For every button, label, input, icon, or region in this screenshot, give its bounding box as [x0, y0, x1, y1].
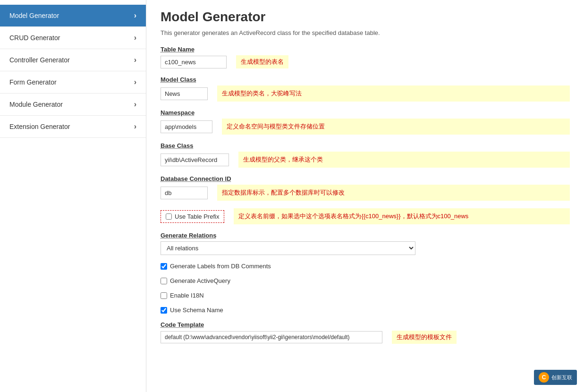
use-table-prefix-container[interactable]: Use Table Prefix	[161, 210, 224, 223]
watermark-icon: C	[539, 372, 549, 383]
chevron-right-icon: ›	[134, 56, 136, 64]
code-template-label: Code Template	[161, 321, 570, 328]
generate-relations-select[interactable]: All relations No relations Only has-one	[161, 241, 415, 255]
base-class-group: Base Class 生成模型的父类，继承这个类	[161, 142, 570, 168]
db-conn-input[interactable]	[161, 187, 208, 199]
namespace-row: 定义命名空间与模型类文件存储位置	[161, 119, 570, 135]
chevron-right-icon: ›	[134, 78, 136, 86]
use-table-prefix-label: Use Table Prefix	[175, 213, 219, 220]
use-schema-name-checkbox[interactable]	[161, 307, 167, 314]
sidebar-item-label: Form Generator	[9, 78, 57, 86]
db-conn-label: Database Connection ID	[161, 175, 570, 182]
table-name-hint: 生成模型的表名	[236, 55, 288, 68]
sidebar-item-label: Module Generator	[9, 101, 63, 108]
sidebar-item-controller-generator[interactable]: Controller Generator›	[0, 49, 146, 71]
base-class-row: 生成模型的父类，继承这个类	[161, 152, 570, 168]
page-title: Model Generator	[161, 9, 570, 25]
namespace-label: Namespace	[161, 109, 570, 116]
base-class-hint: 生成模型的父类，继承这个类	[238, 152, 570, 168]
enable-i18n-row: Enable I18N	[161, 292, 570, 299]
sidebar-item-label: Model Generator	[9, 12, 59, 19]
use-table-prefix-row: Use Table Prefix 定义表名前缀，如果选中这个选项表名格式为{{c…	[161, 208, 570, 224]
chevron-right-icon: ›	[134, 100, 136, 109]
generate-labels-row: Generate Labels from DB Comments	[161, 263, 570, 270]
chevron-right-icon: ›	[134, 34, 136, 42]
generate-activequery-checkbox[interactable]	[161, 278, 167, 284]
table-name-label: Table Name	[161, 46, 570, 53]
sidebar-item-module-generator[interactable]: Module Generator›	[0, 94, 146, 116]
main-content: Model Generator This generator generates…	[146, 0, 584, 392]
use-table-prefix-group: Use Table Prefix 定义表名前缀，如果选中这个选项表名格式为{{c…	[161, 208, 570, 224]
base-class-input[interactable]	[161, 153, 229, 166]
enable-i18n-checkbox[interactable]	[161, 292, 167, 299]
chevron-right-icon: ›	[134, 122, 136, 131]
generate-relations-group: Generate Relations All relations No rela…	[161, 232, 570, 255]
model-class-hint: 生成模型的类名，大驼峰写法	[217, 85, 570, 102]
use-schema-name-label[interactable]: Use Schema Name	[161, 307, 223, 314]
sidebar-item-label: Controller Generator	[9, 56, 70, 64]
sidebar-item-model-generator[interactable]: Model Generator›	[0, 5, 146, 27]
table-name-row: 生成模型的表名	[161, 55, 570, 68]
page-description: This generator generates an ActiveRecord…	[161, 29, 570, 36]
watermark: C 创新互联	[534, 370, 577, 385]
sidebar-item-label: CRUD Generator	[9, 34, 60, 42]
use-table-prefix-hint: 定义表名前缀，如果选中这个选项表名格式为{{c100_news}}，默认格式为c…	[234, 208, 570, 224]
db-conn-hint: 指定数据库标示，配置多个数据库时可以修改	[217, 185, 570, 201]
generate-relations-label: Generate Relations	[161, 232, 570, 239]
generate-activequery-label[interactable]: Generate ActiveQuery	[161, 277, 230, 284]
namespace-group: Namespace 定义命名空间与模型类文件存储位置	[161, 109, 570, 135]
table-name-input[interactable]	[161, 56, 227, 68]
model-class-input[interactable]	[161, 87, 208, 100]
model-class-group: Model Class 生成模型的类名，大驼峰写法	[161, 76, 570, 102]
sidebar-item-crud-generator[interactable]: CRUD Generator›	[0, 27, 146, 49]
db-conn-group: Database Connection ID 指定数据库标示，配置多个数据库时可…	[161, 175, 570, 201]
db-conn-row: 指定数据库标示，配置多个数据库时可以修改	[161, 185, 570, 201]
base-class-label: Base Class	[161, 142, 570, 149]
model-class-label: Model Class	[161, 76, 570, 83]
enable-i18n-label[interactable]: Enable I18N	[161, 292, 204, 299]
code-template-group: Code Template 生成模型的模板文件	[161, 321, 570, 344]
chevron-right-icon: ›	[134, 11, 136, 20]
namespace-input[interactable]	[161, 120, 212, 133]
code-template-input[interactable]	[161, 331, 382, 343]
sidebar-item-label: Extension Generator	[9, 123, 70, 130]
code-template-row: 生成模型的模板文件	[161, 331, 570, 344]
code-template-hint: 生成模型的模板文件	[392, 331, 457, 344]
sidebar: Model Generator›CRUD Generator›Controlle…	[0, 0, 146, 392]
use-schema-name-row: Use Schema Name	[161, 307, 570, 314]
generate-labels-checkbox[interactable]	[161, 263, 167, 270]
model-class-row: 生成模型的类名，大驼峰写法	[161, 85, 570, 102]
sidebar-item-form-generator[interactable]: Form Generator›	[0, 71, 146, 94]
generate-activequery-row: Generate ActiveQuery	[161, 277, 570, 284]
watermark-text: 创新互联	[551, 374, 572, 381]
namespace-hint: 定义命名空间与模型类文件存储位置	[222, 119, 570, 135]
use-table-prefix-checkbox[interactable]	[166, 213, 172, 220]
sidebar-item-extension-generator[interactable]: Extension Generator›	[0, 116, 146, 138]
table-name-group: Table Name 生成模型的表名	[161, 46, 570, 68]
generate-labels-label[interactable]: Generate Labels from DB Comments	[161, 263, 271, 270]
